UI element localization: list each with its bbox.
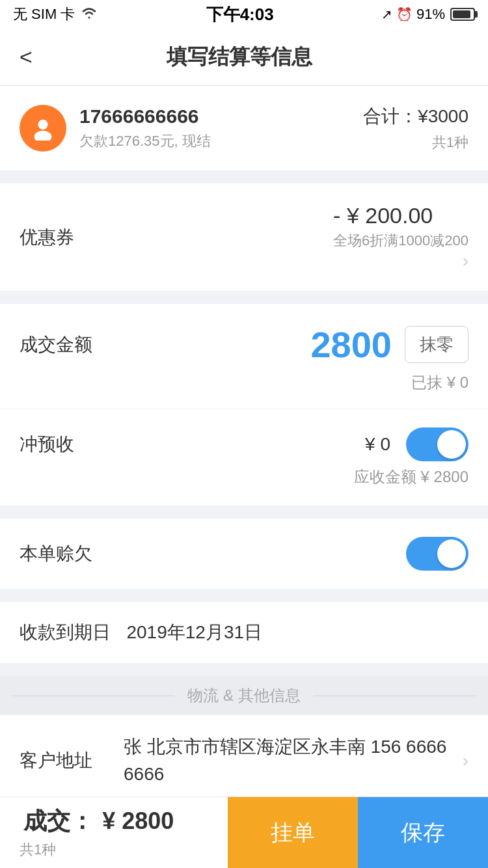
customer-debt: 欠款1276.35元, 现结 <box>79 131 363 151</box>
deal-sub: 已抹 ¥ 0 <box>0 372 488 409</box>
address-chevron-icon: › <box>463 750 468 771</box>
svg-point-0 <box>38 120 47 129</box>
divider-line-right <box>314 696 475 696</box>
battery-percent: 91% <box>416 6 445 23</box>
bottom-count: 共1种 <box>20 840 208 860</box>
prepay-right: ¥ 0 <box>111 427 468 461</box>
toggle-thumb <box>437 539 466 568</box>
due-date-label: 收款到期日 <box>20 622 111 642</box>
credit-toggle[interactable] <box>406 537 468 571</box>
deal-amount: 2800 <box>111 323 392 366</box>
prepay-top: 冲预收 ¥ 0 <box>20 427 468 461</box>
bottom-bar: 成交： ¥ 2800 共1种 挂单 保存 <box>0 796 488 868</box>
status-right: ↗ ⏰ 91% <box>381 6 475 23</box>
prepay-sub: 应收金额 ¥ 2800 <box>20 467 468 487</box>
avatar <box>20 105 66 152</box>
bottom-deal: 成交： ¥ 2800 <box>20 806 208 837</box>
prepay-toggle[interactable] <box>406 427 468 461</box>
credit-section: 本单赊欠 <box>0 519 488 589</box>
status-left: 无 SIM 卡 <box>13 5 98 24</box>
divider-text: 物流 & 其他信息 <box>187 685 300 706</box>
customer-info: 17666666666 欠款1276.35元, 现结 <box>79 105 363 151</box>
save-button[interactable]: 保存 <box>358 797 488 869</box>
total-amount: 合计：¥3000 <box>363 104 468 129</box>
battery-icon <box>450 8 475 21</box>
coupon-section: 优惠券 - ¥ 200.00 全场6折满1000减200 › <box>0 183 488 291</box>
total-count: 共1种 <box>363 133 468 152</box>
prepay-label: 冲预收 <box>20 432 111 457</box>
bottom-summary: 成交： ¥ 2800 共1种 <box>0 806 228 860</box>
nav-bar: < 填写结算等信息 <box>0 29 488 86</box>
due-date-section: 收款到期日 2019年12月31日 <box>0 602 488 663</box>
svg-point-1 <box>34 131 52 141</box>
address-section[interactable]: 客户地址 张 北京市市辖区海淀区永丰南 156 6666 6666 › <box>0 715 488 806</box>
divider-line-left <box>13 696 174 696</box>
customer-phone: 17666666666 <box>79 105 363 128</box>
customer-total: 合计：¥3000 共1种 <box>363 104 468 152</box>
deal-label: 成交金额 <box>20 332 111 357</box>
round-button[interactable]: 抹零 <box>405 326 468 363</box>
credit-label: 本单赊欠 <box>20 541 406 566</box>
page-title: 填写结算等信息 <box>46 43 433 72</box>
location-icon: ↗ <box>381 7 392 22</box>
prepay-amount: ¥ 0 <box>365 434 390 455</box>
coupon-desc: 全场6折满1000减200 <box>333 231 468 251</box>
alarm-icon: ⏰ <box>396 7 413 22</box>
logistics-divider: 物流 & 其他信息 <box>0 676 488 715</box>
coupon-amount: - ¥ 200.00 <box>333 203 468 228</box>
status-bar: 无 SIM 卡 下午4:03 ↗ ⏰ 91% <box>0 0 488 29</box>
coupon-right: - ¥ 200.00 全场6折满1000减200 › <box>111 203 468 271</box>
customer-card: 17666666666 欠款1276.35元, 现结 合计：¥3000 共1种 <box>0 86 488 170</box>
address-value: 张 北京市市辖区海淀区永丰南 156 6666 6666 <box>124 733 454 788</box>
status-time: 下午4:03 <box>206 3 274 26</box>
coupon-label: 优惠券 <box>20 225 111 250</box>
main-content: 17666666666 欠款1276.35元, 现结 合计：¥3000 共1种 … <box>0 86 488 868</box>
wifi-icon <box>80 5 98 23</box>
carrier-text: 无 SIM 卡 <box>13 5 75 24</box>
prepay-row: 冲预收 ¥ 0 应收金额 ¥ 2800 <box>0 409 488 506</box>
due-date-value: 2019年12月31日 <box>126 622 262 642</box>
back-button[interactable]: < <box>20 44 33 70</box>
hold-button[interactable]: 挂单 <box>228 797 358 869</box>
deal-row: 成交金额 2800 抹零 <box>0 304 488 372</box>
address-label: 客户地址 <box>20 748 111 773</box>
toggle-thumb <box>437 430 466 459</box>
chevron-right-icon: › <box>463 251 468 271</box>
deal-section: 成交金额 2800 抹零 已抹 ¥ 0 冲预收 ¥ 0 应收金额 ¥ 2800 <box>0 304 488 506</box>
coupon-row[interactable]: 优惠券 - ¥ 200.00 全场6折满1000减200 › <box>0 183 488 291</box>
